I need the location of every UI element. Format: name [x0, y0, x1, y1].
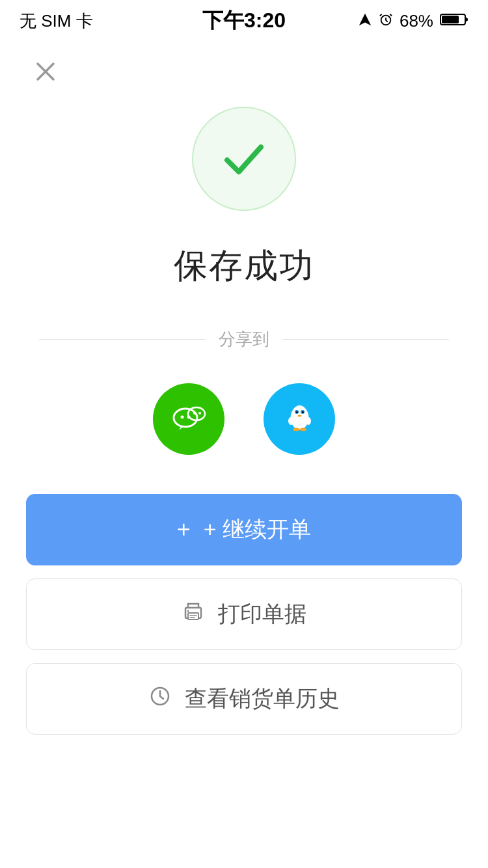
- alarm-icon: [379, 11, 393, 31]
- battery-icon: [440, 11, 468, 31]
- svg-point-16: [288, 417, 293, 425]
- status-right: 68%: [358, 11, 468, 31]
- share-qq-button[interactable]: [264, 383, 335, 455]
- print-button[interactable]: 打印单据: [26, 578, 462, 650]
- success-title: 保存成功: [174, 243, 314, 289]
- history-button[interactable]: 查看销货单历史: [26, 663, 462, 735]
- print-button-label: 打印单据: [218, 599, 306, 629]
- status-left: 无 SIM 卡: [20, 10, 100, 33]
- location-icon: [358, 11, 372, 31]
- svg-point-17: [306, 417, 311, 425]
- svg-point-8: [198, 412, 201, 414]
- svg-point-3: [174, 409, 197, 427]
- svg-point-7: [193, 412, 196, 414]
- clock-icon: [148, 685, 172, 713]
- wechat-icon: [168, 398, 210, 441]
- plus-icon: +: [177, 516, 191, 543]
- success-icon-wrapper: [192, 107, 296, 211]
- svg-point-10: [292, 405, 306, 422]
- history-button-label: 查看销货单历史: [185, 684, 340, 714]
- continue-button-label: + 继续开单: [204, 515, 311, 545]
- svg-point-22: [187, 610, 189, 612]
- action-buttons: + + 继续开单 打印单据: [0, 494, 488, 735]
- share-icons: [39, 383, 449, 455]
- svg-point-19: [300, 427, 306, 431]
- battery-text: 68%: [400, 11, 433, 31]
- status-bar: 无 SIM 卡 下午3:20 68%: [0, 0, 488, 42]
- divider-line-left: [39, 339, 206, 340]
- svg-rect-21: [188, 613, 198, 619]
- share-divider: 分享到: [39, 328, 449, 351]
- svg-rect-2: [442, 16, 459, 23]
- svg-point-14: [302, 411, 304, 413]
- divider-line-right: [282, 339, 449, 340]
- print-icon: [182, 600, 205, 629]
- main-content: 保存成功 分享到: [0, 42, 488, 735]
- share-wechat-button[interactable]: [153, 383, 224, 455]
- svg-point-13: [296, 411, 298, 413]
- status-time: 下午3:20: [202, 7, 286, 35]
- share-label: 分享到: [219, 328, 269, 351]
- qq-icon: [278, 398, 321, 441]
- svg-point-6: [187, 415, 190, 418]
- share-section: 分享到: [0, 328, 488, 455]
- continue-button[interactable]: + + 继续开单: [26, 494, 462, 565]
- svg-point-18: [293, 427, 299, 431]
- close-button[interactable]: [26, 52, 65, 91]
- svg-point-5: [180, 415, 183, 418]
- svg-point-15: [297, 414, 301, 416]
- checkmark-icon: [218, 133, 270, 185]
- carrier-text: 无 SIM 卡: [20, 10, 93, 33]
